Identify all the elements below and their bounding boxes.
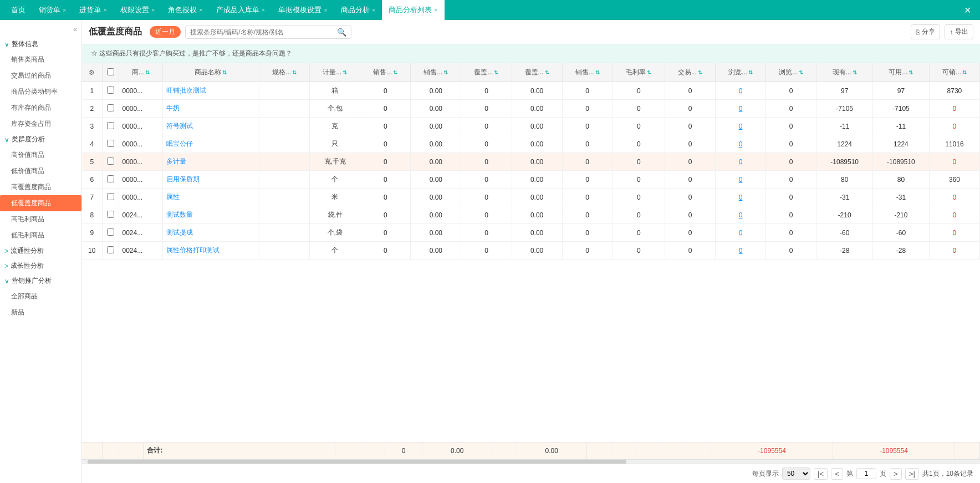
sidebar-item-low-value[interactable]: 低价值商品 [0,163,81,179]
row-browse1[interactable]: 0 [716,82,766,100]
row-browse1[interactable]: 0 [716,100,766,118]
nav-permissions[interactable]: 权限设置 × [114,0,161,20]
sidebar-item-high-coverage[interactable]: 高覆盖度商品 [0,179,81,195]
sidebar-item-low-coverage[interactable]: 低覆盖度商品 [0,195,81,211]
share-button[interactable]: ⎘ 分享 [911,24,940,39]
nav-close-role-auth[interactable]: × [199,7,202,13]
search-icon[interactable]: 🔍 [337,28,346,37]
row-name[interactable]: 旺铺批次测试 [162,82,259,100]
nav-close-sales-order[interactable]: × [63,7,66,13]
col-spec-header[interactable]: 规格...⇅ [259,63,310,82]
row-checkbox[interactable] [107,157,114,165]
sidebar-item-all-goods[interactable]: 全部商品 [0,288,81,304]
row-checkbox[interactable] [107,211,114,218]
row-browse1[interactable]: 0 [716,171,766,189]
sidebar-item-category-turnover[interactable]: 商品分类动销率 [0,84,81,100]
col-settings[interactable]: ⚙ [82,63,102,82]
sidebar-section-growth[interactable]: > 成长性分析 [0,258,81,273]
sidebar-section-liquidity[interactable]: > 流通性分析 [0,243,81,258]
row-name[interactable]: 启用保质期 [162,171,259,189]
nav-close-product-analysis[interactable]: × [372,7,375,13]
sidebar-section-overall[interactable]: ∨ 整体信息 [0,37,81,52]
col-unit-header[interactable]: 计量...⇅ [310,63,360,82]
window-close-button[interactable]: ✕ [959,5,976,16]
nav-product-warehouse[interactable]: 产成品入库单 × [210,0,272,20]
sidebar-section-cluster[interactable]: ∨ 类群度分析 [0,132,81,147]
nav-close-template-settings[interactable]: × [324,7,327,13]
row-checkbox[interactable] [107,87,114,94]
row-checkbox-cell[interactable] [102,135,119,153]
row-checkbox-cell[interactable] [102,242,119,260]
settings-icon[interactable]: ⚙ [89,69,95,77]
col-trade-header[interactable]: 交易...⇅ [665,63,715,82]
col-sale-ratio-header[interactable]: 销售...⇅ [562,63,612,82]
row-checkbox-cell[interactable] [102,224,119,242]
col-gross-rate-header[interactable]: 毛利率⇅ [612,63,665,82]
row-checkbox[interactable] [107,228,114,236]
row-checkbox[interactable] [107,140,114,147]
row-checkbox[interactable] [107,246,114,253]
nav-close-product-analysis-list[interactable]: × [434,7,437,13]
table-container[interactable]: ⚙ 商...⇅ 商品名称⇅ 规 [82,63,980,442]
col-cover2-header[interactable]: 覆盖...⇅ [512,63,562,82]
last-page-button[interactable]: >| [905,468,919,480]
time-filter-button[interactable]: 近一月 [150,26,181,38]
row-checkbox-cell[interactable] [102,100,119,118]
row-checkbox-cell[interactable] [102,206,119,224]
sidebar-item-new-goods[interactable]: 新品 [0,304,81,321]
nav-template-settings[interactable]: 单据模板设置 × [272,0,334,20]
row-browse1[interactable]: 0 [716,135,766,153]
select-all-checkbox[interactable] [107,68,114,75]
row-checkbox[interactable] [107,104,114,111]
export-button[interactable]: ↑ 导出 [945,24,973,39]
sidebar-item-traded-goods[interactable]: 交易过的商品 [0,68,81,84]
row-name[interactable]: 眠宝公仔 [162,135,259,153]
sidebar-item-high-margin[interactable]: 高毛利商品 [0,211,81,227]
row-browse1[interactable]: 0 [716,118,766,135]
row-name[interactable]: 牛奶 [162,100,259,118]
row-checkbox-cell[interactable] [102,118,119,135]
row-browse1[interactable]: 0 [716,224,766,242]
nav-close-permissions[interactable]: × [151,7,155,13]
sidebar-item-low-margin[interactable]: 低毛利商品 [0,227,81,243]
col-stock1-header[interactable]: 现有...⇅ [816,63,873,82]
nav-product-analysis-list[interactable]: 商品分析列表 × [382,0,444,20]
col-name-header[interactable]: 商品名称⇅ [162,63,259,82]
nav-purchase-order[interactable]: 进货单 × [73,0,113,20]
row-name[interactable]: 多计量 [162,153,259,171]
col-browse1-header[interactable]: 浏览...⇅ [716,63,766,82]
first-page-button[interactable]: |< [814,468,828,480]
row-checkbox-cell[interactable] [102,153,119,171]
col-browse2-header[interactable]: 浏览...⇅ [766,63,816,82]
sidebar-item-sales-goods[interactable]: 销售类商品 [0,52,81,68]
horizontal-scrollbar[interactable] [82,459,980,464]
row-checkbox-cell[interactable] [102,171,119,189]
row-browse1[interactable]: 0 [716,189,766,206]
sidebar-section-marketing[interactable]: ∨ 营销推广分析 [0,273,81,288]
nav-home[interactable]: 首页 [4,0,32,20]
row-name[interactable]: 测试提成 [162,224,259,242]
nav-sales-order[interactable]: 销货单 × [32,0,73,20]
row-browse1[interactable]: 0 [716,206,766,224]
col-saleable-header[interactable]: 可销...⇅ [929,63,979,82]
row-checkbox[interactable] [107,175,114,182]
row-name[interactable]: 属性 [162,189,259,206]
col-sale-qty-header[interactable]: 销售...⇅ [360,63,411,82]
sidebar-collapse-button[interactable]: « [0,24,81,37]
prev-page-button[interactable]: < [831,468,843,480]
nav-product-analysis[interactable]: 商品分析 × [334,0,382,20]
search-input[interactable] [190,28,337,36]
col-stock2-header[interactable]: 可用...⇅ [873,63,930,82]
row-checkbox-cell[interactable] [102,189,119,206]
row-checkbox-cell[interactable] [102,82,119,100]
next-page-button[interactable]: > [890,468,902,480]
row-name[interactable]: 属性价格打印测试 [162,242,259,260]
nav-role-auth[interactable]: 角色授权 × [161,0,209,20]
sidebar-item-in-stock[interactable]: 有库存的商品 [0,100,81,116]
col-sale-amt-header[interactable]: 销售...⇅ [411,63,461,82]
row-browse1[interactable]: 0 [716,153,766,171]
row-checkbox[interactable] [107,193,114,200]
row-checkbox[interactable] [107,122,114,129]
sidebar-item-inventory-capital[interactable]: 库存资金占用 [0,116,81,132]
row-name[interactable]: 符号测试 [162,118,259,135]
